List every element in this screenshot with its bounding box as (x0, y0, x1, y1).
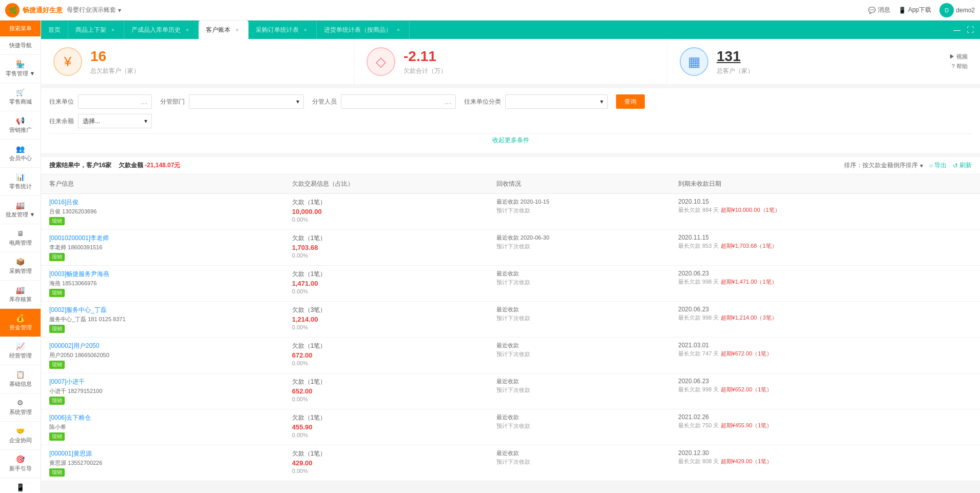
sidebar-item-retail-mgmt[interactable]: 🏪 零售管理 ▼ (0, 55, 41, 83)
customer-name-5[interactable]: [0007]小进千 (49, 378, 276, 386)
overdue-link-6[interactable]: 超期¥455.90（1笔） (721, 422, 773, 428)
overdue-link-5[interactable]: 超期¥652.00（1笔） (721, 386, 773, 392)
sidebar-item-batch-mgmt[interactable]: 🏭 批发管理 ▼ (0, 196, 41, 224)
export-btn[interactable]: ○ 导出 (929, 161, 947, 170)
tab-product-history[interactable]: 产成品入库单历史 × (124, 21, 199, 39)
tab-purchase-order-close[interactable]: × (302, 26, 309, 33)
sidebar-item-retail-mall[interactable]: 🛒 零售商城 (0, 83, 41, 111)
tab-maximize-btn[interactable]: ⛶ (965, 25, 976, 35)
filter-area: 往来单位 ... 分管部门 ▾ (41, 88, 980, 153)
cell-collection-3: 最近收款 预计下次收款 (488, 302, 670, 338)
debt-amount-3: 1,214.00 (292, 315, 480, 323)
customer-name-4[interactable]: [000002]用户2050 (49, 342, 276, 350)
customer-phone-0: 吕俊 13026203696 (49, 208, 276, 215)
sidebar-item-base-info[interactable]: 📋 基础信息 (0, 365, 41, 393)
collection-next-4: 预计下次收款 (496, 350, 662, 358)
due-date-1: 2020.11.15 (678, 234, 972, 241)
help-btn[interactable]: ? 帮助 (952, 63, 968, 70)
due-date-5: 2020.06.23 (678, 378, 972, 385)
customer-name-6[interactable]: [0006]去下粮仓 (49, 413, 276, 422)
table-row: [0002]服务中心_丁磊 服务中心_丁磊 181 0125 8371 现销 欠… (41, 302, 980, 338)
tab-products-offline-close[interactable]: × (109, 26, 117, 33)
overdue-link-0[interactable]: 超期¥10,000.00（1笔） (721, 207, 780, 213)
stat-card-debt-amount: ◇ -2.11 欠款合计（万） (354, 39, 667, 84)
col-collection: 回收情况 (488, 174, 670, 194)
sort-select[interactable]: 排序：按欠款金额倒序排序 ▾ (844, 161, 923, 170)
collection-date-1: 最近收款 2020-06-30 (496, 234, 662, 242)
sidebar-item-quick-nav[interactable]: 快捷导航 (0, 36, 41, 55)
collection-date-4: 最近收款 (496, 342, 662, 349)
customer-name-2[interactable]: [0003]畅捷服务尹海燕 (49, 270, 276, 279)
person-input[interactable]: ... (341, 94, 456, 109)
customer-count: 16 (99, 162, 105, 169)
cell-collection-4: 最近收款 预计下次收款 (488, 338, 670, 373)
store-selector[interactable]: 母婴行业演示账套 ▾ (67, 6, 121, 14)
refresh-btn[interactable]: ↺ 刷新 (953, 161, 972, 170)
quick-nav-label: 快捷导航 (9, 42, 32, 49)
tab-customer-account-close[interactable]: × (234, 26, 241, 33)
sidebar-search[interactable]: 搜索菜单 (0, 21, 41, 36)
table-row: [00010200001]李老师 李老师 18600391516 现销 欠款（1… (41, 230, 980, 266)
customer-name-7[interactable]: [000001]黄思源 (49, 449, 276, 458)
tab-product-history-close[interactable]: × (184, 26, 191, 33)
filter-group-category: 往来单位分类 ▾ (464, 94, 608, 109)
collection-date-5: 最近收款 (496, 378, 662, 385)
customer-name-3[interactable]: [0002]服务中心_丁磊 (49, 306, 276, 314)
tab-home[interactable]: 首页 (41, 21, 68, 39)
overdue-link-7[interactable]: 超期¥429.00（1笔） (721, 458, 773, 464)
ecommerce-icon: 🖥 (17, 229, 24, 238)
overdue-link-2[interactable]: 超期¥1,471.00（1笔） (721, 279, 777, 285)
app-download-btn[interactable]: 📱 App下载 (898, 6, 931, 14)
sidebar-item-member[interactable]: 👥 会员中心 (0, 140, 41, 168)
tab-minimize-btn[interactable]: — (951, 25, 963, 35)
tab-import-stats[interactable]: 进货单统计表（按商品） × (317, 21, 410, 39)
sidebar-item-operations[interactable]: 📈 经营管理 (0, 337, 41, 365)
debt-amount-6: 455.90 (292, 423, 480, 431)
balance-select[interactable]: 选择... ▾ (78, 114, 152, 128)
sidebar-item-ecommerce[interactable]: 🖥 电商管理 (0, 224, 41, 252)
sidebar-item-finance[interactable]: 💰 资金管理 (0, 309, 41, 337)
customer-name-1[interactable]: [00010200001]李老师 (49, 234, 276, 243)
tab-customer-account[interactable]: 客户账本 × (199, 21, 248, 39)
collapse-btn[interactable]: 收起更多条件 (49, 133, 972, 147)
customer-name-0[interactable]: [0016]吕俊 (49, 198, 276, 207)
due-info-4: 最长欠款 747 天 超期¥672.00（1笔） (678, 350, 972, 358)
sidebar-item-system[interactable]: ⚙ 系统管理 (0, 393, 41, 422)
category-select[interactable]: ▾ (505, 94, 608, 109)
cell-customer-5: [0007]小进千 小进千 18279152100 现销 (41, 373, 284, 409)
purchase-label: 采购管理 (9, 267, 32, 275)
logo-area: 🌿 畅捷通好生意 (5, 3, 63, 17)
sidebar-item-app-center[interactable]: 📱 应用中心 (0, 478, 41, 493)
sidebar-item-enterprise[interactable]: 🤝 企业协同 (0, 422, 41, 450)
supplier-input[interactable]: ... (78, 94, 152, 109)
message-btn[interactable]: 💬 消息 (868, 6, 890, 14)
overdue-link-1[interactable]: 超期¥1,703.68（1笔） (721, 243, 777, 249)
tab-product-history-label: 产成品入库单历史 (131, 26, 181, 34)
sidebar-item-purchase[interactable]: 📦 采购管理 (0, 252, 41, 281)
overdue-link-4[interactable]: 超期¥672.00（1笔） (721, 350, 773, 357)
dept-label: 分管部门 (160, 97, 185, 106)
tab-purchase-order[interactable]: 采购订单统计表 × (248, 21, 317, 39)
debt-customers-label: 总欠款客户（家） (90, 67, 140, 75)
tab-purchase-order-label: 采购订单统计表 (256, 26, 299, 34)
due-info-7: 最长欠款 808 天 超期¥429.00（1笔） (678, 458, 972, 465)
user-profile-btn[interactable]: D demo2 (939, 3, 975, 17)
tabs-controls: — ⛶ (947, 25, 980, 35)
sidebar-item-retail-stats[interactable]: 📊 零售统计 (0, 168, 41, 196)
balance-label: 往来余额 (49, 117, 74, 126)
sidebar-item-marketing[interactable]: 📢 营销推广 (0, 111, 41, 140)
tab-import-stats-close[interactable]: × (395, 26, 402, 33)
tab-products-offline[interactable]: 商品上下架 × (68, 21, 124, 39)
debt-customers-number: 16 (90, 48, 140, 65)
export-label: 导出 (934, 161, 947, 170)
customer-phone-3: 服务中心_丁磊 181 0125 8371 (49, 315, 276, 323)
search-button[interactable]: 查询 (616, 94, 645, 109)
cell-due-6: 2021.02.26 最长欠款 750 天 超期¥455.90（1笔） (670, 409, 980, 445)
sidebar-item-guide[interactable]: 🎯 新手引导 (0, 450, 41, 478)
view-btn[interactable]: ▶ 视频 (949, 53, 968, 61)
dept-select[interactable]: ▾ (189, 94, 304, 109)
sidebar-item-inventory[interactable]: 🏭 库存核算 (0, 281, 41, 309)
debt-customers-icon: ¥ (53, 47, 82, 76)
cell-customer-0: [0016]吕俊 吕俊 13026203696 现销 (41, 194, 284, 230)
overdue-link-3[interactable]: 超期¥1,214.00（3笔） (721, 314, 777, 321)
